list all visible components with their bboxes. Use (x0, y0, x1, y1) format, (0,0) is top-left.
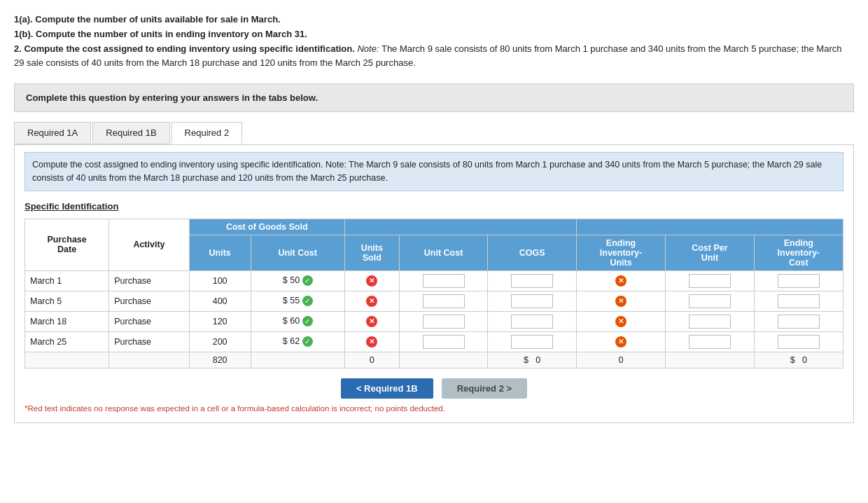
cell-date: March 5 (25, 291, 109, 311)
cell-cogs[interactable] (488, 331, 577, 352)
prev-button[interactable]: < Required 1B (341, 378, 433, 399)
table-row: March 5Purchase400$ 55 ✓✕✕ (25, 291, 844, 311)
total-cogs: $ 0 (488, 352, 577, 368)
th-ending-inv-cost: EndingInventory-Cost (754, 235, 843, 270)
cell-activity: Purchase (109, 311, 189, 331)
cell-activity: Purchase (109, 270, 189, 291)
cell-ending-inv-cost[interactable] (754, 331, 843, 352)
cell-date: March 25 (25, 331, 109, 352)
cell-units-sold[interactable]: ✕ (344, 291, 399, 311)
cost-per-unit-input[interactable] (689, 274, 731, 288)
tab-required-1a[interactable]: Required 1A (14, 122, 91, 144)
specific-identification-table: PurchaseDate Activity Cost of Goods Sold… (24, 219, 844, 368)
cell-unit-cost: $ 60 ✓ (251, 311, 344, 331)
cell-ending-inv-units[interactable]: ✕ (576, 331, 665, 352)
cell-units: 100 (189, 270, 251, 291)
th-ending-inventory (576, 219, 843, 235)
th-ending-inv-units: EndingInventory-Units (576, 235, 665, 270)
cell-unit-cost-cogs[interactable] (399, 331, 488, 352)
th-cost-per-unit: Cost PerUnit (666, 235, 755, 270)
cell-activity: Purchase (109, 331, 189, 352)
instruction-box: Complete this question by entering your … (14, 83, 854, 112)
table-row: March 18Purchase120$ 60 ✓✕✕ (25, 311, 844, 331)
th-unit-cost-cogs: Unit Cost (399, 235, 488, 270)
total-row: 8200$ 00$ 0 (25, 352, 844, 368)
footer-nav: < Required 1B Required 2 > (24, 378, 844, 399)
cell-unit-cost: $ 62 ✓ (251, 331, 344, 352)
line-2-note: Note: (357, 43, 379, 54)
cell-cost-per-unit[interactable] (666, 331, 755, 352)
cogs-input[interactable] (511, 294, 553, 308)
cogs-input[interactable] (511, 335, 553, 349)
table-row: March 1Purchase100$ 50 ✓✕✕ (25, 270, 844, 291)
cell-date: March 18 (25, 311, 109, 331)
unit-cost-cogs-input[interactable] (423, 294, 465, 308)
line-2-label: 2. Compute the cost assigned to ending i… (14, 43, 355, 54)
cost-per-unit-input[interactable] (689, 335, 731, 349)
th-unit-cost: Unit Cost (251, 235, 344, 270)
ending-inv-cost-input[interactable] (778, 315, 820, 329)
tab-description: Compute the cost assigned to ending inve… (24, 152, 844, 191)
cell-units: 400 (189, 291, 251, 311)
check-icon: ✓ (302, 275, 313, 286)
cogs-input[interactable] (511, 274, 553, 288)
cogs-input[interactable] (511, 315, 553, 329)
tab-required-2[interactable]: Required 2 (172, 122, 243, 144)
tab-required-1b[interactable]: Required 1B (92, 122, 169, 144)
cell-ending-inv-units[interactable]: ✕ (576, 311, 665, 331)
unit-cost-cogs-input[interactable] (423, 335, 465, 349)
cell-units: 120 (189, 311, 251, 331)
line-1b-label: 1(b). Compute the number of units in end… (14, 29, 307, 39)
cell-cogs[interactable] (488, 291, 577, 311)
cell-unit-cost-cogs[interactable] (399, 291, 488, 311)
cell-unit-cost-cogs[interactable] (399, 270, 488, 291)
cell-cost-per-unit[interactable] (666, 311, 755, 331)
cell-cost-per-unit[interactable] (666, 270, 755, 291)
cell-ending-inv-cost[interactable] (754, 291, 843, 311)
cell-ending-inv-units[interactable]: ✕ (576, 270, 665, 291)
ending-inv-cost-input[interactable] (778, 274, 820, 288)
cost-per-unit-input[interactable] (689, 294, 731, 308)
intro-text: 1(a). Compute the number of units availa… (14, 13, 854, 71)
cell-unit-cost: $ 50 ✓ (251, 270, 344, 291)
unit-cost-cogs-input[interactable] (423, 315, 465, 329)
th-cogs (344, 219, 576, 235)
th-cogs-col: COGS (488, 235, 577, 270)
th-purchase-date: PurchaseDate (25, 219, 109, 270)
cell-date: March 1 (25, 270, 109, 291)
table-row: March 25Purchase200$ 62 ✓✕✕ (25, 331, 844, 352)
cell-ending-inv-cost[interactable] (754, 270, 843, 291)
section-title: Specific Identification (24, 198, 844, 214)
x-icon-orange: ✕ (615, 296, 626, 307)
x-icon-red: ✕ (366, 316, 377, 327)
line-1a-label: 1(a). Compute the number of units availa… (14, 14, 281, 25)
check-icon: ✓ (302, 296, 313, 306)
tabs-row: Required 1A Required 1B Required 2 (14, 122, 854, 144)
cell-units-sold[interactable]: ✕ (344, 311, 399, 331)
cell-cost-per-unit[interactable] (666, 291, 755, 311)
ending-inv-cost-input[interactable] (778, 294, 820, 308)
cell-unit-cost-cogs[interactable] (399, 311, 488, 331)
cell-units: 200 (189, 331, 251, 352)
check-icon: ✓ (302, 336, 313, 347)
th-activity: Activity (109, 219, 189, 270)
cell-ending-inv-cost[interactable] (754, 311, 843, 331)
total-ending-units: 0 (576, 352, 665, 368)
cell-cogs[interactable] (488, 270, 577, 291)
cell-units-sold[interactable]: ✕ (344, 270, 399, 291)
ending-inv-cost-input[interactable] (778, 335, 820, 349)
total-units-sold: 0 (344, 352, 399, 368)
cell-cogs[interactable] (488, 311, 577, 331)
x-icon-orange: ✕ (615, 336, 626, 347)
x-icon-orange: ✕ (615, 275, 626, 287)
tab-content-area: Compute the cost assigned to ending inve… (14, 144, 854, 423)
x-icon-orange: ✕ (615, 316, 626, 327)
th-available-for-sale: Cost of Goods Sold (189, 219, 344, 235)
cell-units-sold[interactable]: ✕ (344, 331, 399, 352)
th-units-sold: UnitsSold (344, 235, 399, 270)
cell-ending-inv-units[interactable]: ✕ (576, 291, 665, 311)
next-button[interactable]: Required 2 > (442, 378, 527, 399)
check-icon: ✓ (302, 316, 313, 326)
unit-cost-cogs-input[interactable] (423, 274, 465, 288)
cost-per-unit-input[interactable] (689, 315, 731, 329)
